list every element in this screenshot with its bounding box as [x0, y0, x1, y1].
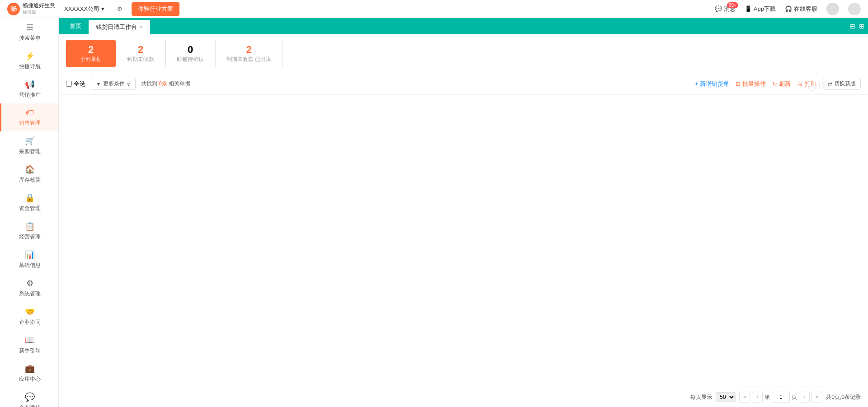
tab-bar: 首页 钱货日清工作台 × ⊟ ⊞	[59, 18, 868, 34]
sidebar-label-marketing: 营销推广	[19, 91, 41, 99]
switch-version-btn[interactable]: ⇄ 切换新版	[823, 78, 861, 90]
sidebar-item-operations[interactable]: 📋 经营管理	[0, 217, 58, 245]
total-records: 共0页,0条记录	[826, 393, 861, 401]
sidebar-label-finance: 资金管理	[19, 205, 41, 212]
toolbar: 全选 ▼ 更多条件 ∨ 共找到 0条 相关单据 + 新增销货单 ⊞ 批量操作	[59, 73, 868, 95]
brand-icon: 畅	[7, 3, 20, 15]
prev-page-btn[interactable]: ‹	[752, 392, 763, 402]
per-page-label: 每页显示	[690, 393, 712, 401]
sidebar-label-beginner: 新手引导	[19, 347, 41, 355]
filter-icon: ▼	[96, 81, 101, 87]
brand-tag: 标准版	[23, 9, 55, 15]
card-overdue-label: 到期未收款	[127, 56, 154, 63]
summary-card-shipped[interactable]: 2 到期未收款 已出库	[215, 40, 283, 67]
first-page-btn[interactable]: «	[739, 392, 750, 402]
message-badge: 99+	[727, 2, 738, 8]
tab-close-icon[interactable]: ×	[140, 24, 143, 30]
refresh-btn[interactable]: ↻ 刷新	[772, 80, 791, 88]
sidebar-item-app-center[interactable]: 💼 应用中心	[0, 359, 58, 388]
select-all-input[interactable]	[66, 81, 72, 87]
print-icon: 🖨	[797, 80, 803, 87]
tab-home[interactable]: 首页	[62, 18, 89, 34]
header-right: 💬 消息 99+ 📱 App下载 🎧 在线客服	[715, 3, 861, 15]
select-all-checkbox[interactable]: 全选	[66, 80, 85, 88]
next-page-btn[interactable]: ›	[799, 392, 810, 402]
marketing-icon: 📢	[25, 80, 35, 89]
sidebar-item-purchase-mgmt[interactable]: 🛒 采购管理	[0, 131, 58, 160]
sidebar-label-enterprise: 企业协同	[19, 318, 41, 326]
sidebar-item-beginner[interactable]: 📖 新手引导	[0, 331, 58, 359]
pagination: 每页显示 50 « ‹ 第 页 › » 共0页,0条记录	[59, 387, 868, 407]
brand-logo: 畅 畅捷通好生意 标准版	[7, 2, 55, 16]
tab-maximize-icon[interactable]: ⊞	[859, 23, 864, 30]
tab-bar-actions: ⊟ ⊞	[850, 23, 864, 30]
settings-icon-btn[interactable]: ⚙	[113, 3, 126, 15]
finance-icon: 🔒	[25, 193, 35, 203]
sidebar-label-purchase-mgmt: 采购管理	[19, 148, 41, 155]
sidebar-item-quick-nav[interactable]: ⚡ 快捷导航	[0, 47, 58, 75]
toolbar-right: + 新增销货单 ⊞ 批量操作 ↻ 刷新 🖨 打印 ⇄	[695, 78, 861, 90]
online-service-action[interactable]: 🎧 在线客服	[785, 5, 817, 13]
sidebar-label-inventory: 库存核算	[19, 176, 41, 184]
card-shipped-label: 到期未收款 已出库	[226, 56, 271, 63]
new-sales-btn[interactable]: + 新增销货单	[695, 80, 729, 88]
sidebar-label-wecom: 企业微信	[19, 404, 41, 407]
sidebar-item-inventory[interactable]: 🏠 库存核算	[0, 160, 58, 188]
avatar2[interactable]	[848, 3, 861, 15]
summary-card-all[interactable]: 2 全部单据	[66, 40, 116, 67]
tab-minimize-icon[interactable]: ⊟	[850, 23, 855, 30]
filter-button[interactable]: ▼ 更多条件 ∨	[91, 78, 136, 90]
sidebar-item-sales-mgmt[interactable]: 🏷 销售管理	[0, 103, 58, 131]
basic-info-icon: 📊	[25, 250, 35, 260]
last-page-btn[interactable]: »	[811, 392, 822, 402]
enterprise-icon: 🤝	[25, 307, 35, 317]
company-dropdown-icon: ▾	[101, 5, 104, 12]
per-page-select[interactable]: 50	[716, 392, 736, 402]
page-label: 第	[764, 393, 770, 401]
trial-button[interactable]: 体验行业方案	[132, 2, 179, 16]
page-suffix: 页	[792, 393, 797, 401]
quick-nav-icon: ⚡	[25, 51, 35, 61]
sidebar-item-sys-mgmt[interactable]: ⚙ 系统管理	[0, 274, 58, 302]
wecom-icon: 💬	[25, 392, 35, 402]
filter-chevron: ∨	[127, 81, 131, 87]
avatar[interactable]	[826, 3, 839, 15]
table-area	[59, 95, 868, 387]
app-download-action[interactable]: 📱 App下载	[745, 5, 776, 13]
page-nav: « ‹ 第 页 › »	[739, 392, 822, 402]
sidebar-label-quick-nav: 快捷导航	[19, 63, 41, 70]
search-menu-icon: ☰	[26, 23, 33, 33]
summary-cards: 2 全部单据 2 到期未收款 0 旺铺待确认 2 到期未收款 已出库	[59, 34, 868, 73]
brand-name: 畅捷通好生意	[23, 2, 55, 9]
page-input[interactable]	[772, 392, 790, 402]
top-header: 畅 畅捷通好生意 标准版 XXXXXX公司 ▾ ⚙ 体验行业方案 💬 消息 99…	[0, 0, 868, 18]
sales-icon: 🏷	[26, 108, 34, 117]
sidebar-item-marketing[interactable]: 📢 营销推广	[0, 75, 58, 103]
switch-label: 切换新版	[834, 80, 856, 88]
sidebar-item-enterprise[interactable]: 🤝 企业协同	[0, 302, 58, 331]
summary-card-wangpu[interactable]: 0 旺铺待确认	[165, 40, 215, 67]
card-all-label: 全部单据	[80, 56, 102, 63]
print-label: 打印	[805, 80, 816, 88]
card-all-num: 2	[88, 44, 94, 56]
found-prefix: 共找到	[141, 80, 157, 87]
batch-ops-btn[interactable]: ⊞ 批量操作	[736, 80, 766, 88]
app-download-label: App下载	[754, 5, 776, 13]
tab-active[interactable]: 钱货日清工作台 ×	[89, 20, 150, 34]
beginner-icon: 📖	[25, 335, 35, 345]
page-content: 2 全部单据 2 到期未收款 0 旺铺待确认 2 到期未收款 已出库	[59, 34, 868, 407]
sidebar-item-search-menu[interactable]: ☰ 搜索菜单	[0, 18, 58, 47]
operations-icon: 📋	[25, 221, 35, 231]
message-action[interactable]: 💬 消息 99+	[715, 5, 736, 13]
summary-card-overdue[interactable]: 2 到期未收款	[116, 40, 165, 67]
service-icon: 🎧	[785, 5, 792, 12]
sidebar-label-app-center: 应用中心	[19, 375, 41, 383]
sidebar-item-finance[interactable]: 🔒 资金管理	[0, 188, 58, 217]
sidebar-item-basic-info[interactable]: 📊 基础信息	[0, 245, 58, 274]
card-wangpu-label: 旺铺待确认	[177, 56, 204, 63]
company-name: XXXXXX公司	[64, 5, 99, 13]
sidebar: ☰ 搜索菜单 ⚡ 快捷导航 📢 营销推广 🏷 销售管理 🛒 采购管理 🏠 库存核…	[0, 18, 59, 407]
company-selector[interactable]: XXXXXX公司 ▾	[61, 3, 108, 15]
print-btn[interactable]: 🖨 打印	[797, 80, 816, 88]
sidebar-item-wecom[interactable]: 💬 企业微信	[0, 388, 58, 407]
